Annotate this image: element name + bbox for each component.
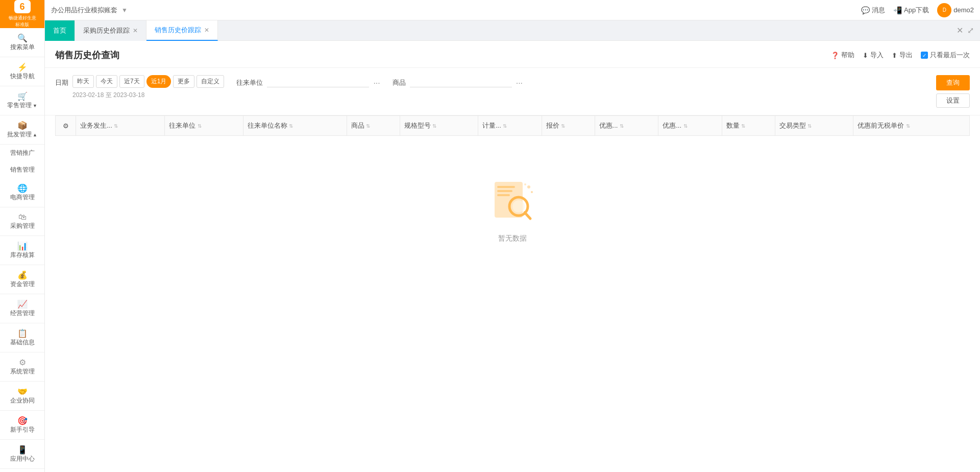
sidebar-item-label: 销售管理 bbox=[10, 166, 35, 174]
sidebar-item-newbie[interactable]: 🎯 新手引导 bbox=[0, 411, 45, 440]
shortcut-icon: ⚡ bbox=[17, 62, 28, 72]
message-button[interactable]: 💬 消息 bbox=[861, 6, 885, 15]
import-icon: ⬇ bbox=[863, 52, 868, 59]
chevron-down-icon: ▼ bbox=[33, 103, 37, 108]
retail-icon: 🛒 bbox=[17, 91, 28, 101]
settings-button[interactable]: 设置 bbox=[936, 93, 970, 108]
avatar: D bbox=[937, 3, 951, 17]
sidebar-item-shortcut[interactable]: ⚡ 快捷导航 bbox=[0, 57, 45, 86]
col-quantity[interactable]: 数量 ⇅ bbox=[722, 116, 775, 136]
sort-icon-unit: ⇅ bbox=[503, 123, 507, 129]
goods-input[interactable] bbox=[410, 75, 512, 87]
expand-button[interactable]: ⤢ bbox=[967, 26, 974, 35]
sidebar-item-operation[interactable]: 📈 经营管理 bbox=[0, 294, 45, 323]
partner-dots[interactable]: ... bbox=[373, 77, 380, 86]
app-download-button[interactable]: 📲 App下载 bbox=[893, 6, 929, 15]
date-buttons-row: 昨天 今天 近7天 近1月 更多 自定义 bbox=[72, 75, 224, 88]
query-button[interactable]: 查询 bbox=[936, 75, 970, 90]
tab-home[interactable]: 首页 bbox=[45, 20, 75, 41]
topbar-left: 办公用品行业模拟账套 ▼ bbox=[51, 6, 128, 15]
purchase-icon: 🛍 bbox=[18, 213, 27, 222]
enterprise-icon: 🤝 bbox=[17, 387, 28, 396]
help-button[interactable]: ❓ 帮助 bbox=[831, 51, 854, 60]
partner-input-group: ... bbox=[267, 75, 380, 87]
finance-icon: 💰 bbox=[17, 270, 28, 280]
partner-filter-label: 往来单位 bbox=[236, 75, 263, 87]
goods-filter-group: 商品 ... bbox=[393, 75, 523, 87]
system-icon: ⚙ bbox=[19, 358, 26, 367]
sidebar-item-inventory[interactable]: 📊 库存核算 bbox=[0, 236, 45, 265]
col-goods[interactable]: 商品 ⇅ bbox=[347, 116, 400, 136]
gear-icon[interactable]: ⚙ bbox=[63, 122, 69, 130]
sidebar-item-system[interactable]: ⚙ 系统管理 bbox=[0, 352, 45, 382]
col-pre-tax-price[interactable]: 优惠前无税单价 ⇅ bbox=[853, 116, 970, 136]
date-btn-today[interactable]: 今天 bbox=[96, 75, 117, 88]
logo-sub: 标准版 bbox=[15, 21, 29, 28]
page-title: 销售历史价查询 bbox=[55, 49, 119, 61]
tabbar: 首页 采购历史价跟踪 ✕ 销售历史价跟踪 ✕ ✕ ⤢ bbox=[45, 20, 980, 41]
goods-dots[interactable]: ... bbox=[516, 77, 523, 86]
date-filter-group: 日期 昨天 今天 近7天 近1月 更多 自定义 2023-02-18 至 202… bbox=[55, 75, 224, 100]
sidebar-item-label: 企业协同 bbox=[10, 396, 35, 405]
col-discount2[interactable]: 优惠... ⇅ bbox=[658, 116, 722, 136]
sidebar-item-label: 电商管理 bbox=[10, 193, 35, 202]
topbar: 办公用品行业模拟账套 ▼ 💬 消息 📲 App下载 D demo2 bbox=[45, 0, 980, 20]
page-header-actions: ❓ 帮助 ⬇ 导入 ⬆ 导出 只看最后一次 bbox=[831, 51, 970, 60]
col-gear[interactable]: ⚙ bbox=[56, 116, 76, 136]
date-btn-yesterday[interactable]: 昨天 bbox=[72, 75, 94, 88]
only-last-toggle[interactable]: 只看最后一次 bbox=[921, 51, 970, 60]
sidebar-item-sales[interactable]: 销售管理 bbox=[0, 161, 45, 178]
col-trade-type[interactable]: 交易类型 ⇅ bbox=[775, 116, 853, 136]
sidebar-item-search[interactable]: 🔍 搜索菜单 bbox=[0, 28, 45, 57]
col-spec[interactable]: 规格型号 ⇅ bbox=[400, 116, 478, 136]
user-menu[interactable]: D demo2 bbox=[937, 3, 974, 17]
user-name: demo2 bbox=[953, 6, 974, 14]
sidebar-item-retail[interactable]: 🛒 零售管理 ▼ bbox=[0, 86, 45, 115]
table-container: ⚙ 业务发生... ⇅ 往来单位 ⇅ 往来单位名称 ⇅ bbox=[45, 115, 980, 284]
sidebar-item-marketing[interactable]: 营销推广 bbox=[0, 145, 45, 161]
sidebar-item-wholesale[interactable]: 📦 批发管理 ▲ bbox=[0, 115, 45, 145]
sidebar-item-basic[interactable]: 📋 基础信息 bbox=[0, 323, 45, 352]
sidebar-item-wechat[interactable]: 💬 企业微信 bbox=[0, 469, 45, 472]
workspace-dropdown-icon[interactable]: ▼ bbox=[121, 7, 128, 14]
sidebar-item-label: 搜索菜单 bbox=[10, 43, 35, 52]
tab-sales-history[interactable]: 销售历史价跟踪 ✕ bbox=[146, 20, 218, 41]
sort-icon-quote-price: ⇅ bbox=[561, 123, 565, 129]
sidebar-item-label: 新手引导 bbox=[10, 426, 35, 434]
table-header-row: ⚙ 业务发生... ⇅ 往来单位 ⇅ 往来单位名称 ⇅ bbox=[56, 116, 970, 136]
sidebar: 6 畅捷通好生意 标准版 🔍 搜索菜单 ⚡ 快捷导航 🛒 零售管理 ▼ 📦 批发… bbox=[0, 0, 45, 472]
col-unit[interactable]: 计量... ⇅ bbox=[478, 116, 542, 136]
message-label: 消息 bbox=[872, 6, 885, 15]
col-biz-date[interactable]: 业务发生... ⇅ bbox=[76, 116, 165, 136]
col-quote-price[interactable]: 报价 ⇅ bbox=[542, 116, 595, 136]
sidebar-item-ecommerce[interactable]: 🌐 电商管理 bbox=[0, 178, 45, 207]
close-tab-button[interactable]: ✕ bbox=[957, 26, 963, 35]
basic-icon: 📋 bbox=[17, 328, 28, 338]
tab-close-purchase[interactable]: ✕ bbox=[133, 27, 138, 34]
import-button[interactable]: ⬇ 导入 bbox=[863, 51, 884, 60]
col-partner-name[interactable]: 往来单位名称 ⇅ bbox=[243, 116, 347, 136]
tab-purchase-history[interactable]: 采购历史价跟踪 ✕ bbox=[75, 20, 146, 41]
sidebar-item-apps[interactable]: 📱 应用中心 bbox=[0, 440, 45, 469]
ecommerce-icon: 🌐 bbox=[17, 183, 28, 193]
sidebar-item-finance[interactable]: 💰 资金管理 bbox=[0, 265, 45, 294]
filter-actions: 查询 设置 bbox=[936, 75, 970, 108]
date-btn-custom[interactable]: 自定义 bbox=[197, 75, 224, 88]
date-btn-1month[interactable]: 近1月 bbox=[146, 75, 172, 88]
sidebar-item-purchase[interactable]: 🛍 采购管理 bbox=[0, 207, 45, 236]
col-partner-code[interactable]: 往来单位 ⇅ bbox=[165, 116, 243, 136]
export-button[interactable]: ⬆ 导出 bbox=[892, 51, 913, 60]
partner-input[interactable] bbox=[267, 75, 369, 87]
download-icon: 📲 bbox=[893, 6, 902, 14]
sidebar-item-label: 应用中心 bbox=[10, 455, 35, 463]
tab-close-sales[interactable]: ✕ bbox=[204, 27, 209, 34]
sort-icon-partner-name: ⇅ bbox=[289, 123, 293, 129]
export-icon: ⬆ bbox=[892, 52, 897, 59]
date-btn-7days[interactable]: 近7天 bbox=[119, 75, 144, 88]
sidebar-item-enterprise[interactable]: 🤝 企业协同 bbox=[0, 382, 45, 411]
only-last-checkbox[interactable] bbox=[921, 52, 928, 59]
col-discount1[interactable]: 优惠... ⇅ bbox=[595, 116, 658, 136]
home-tab-label: 首页 bbox=[53, 26, 66, 35]
date-btn-more[interactable]: 更多 bbox=[173, 75, 194, 88]
app-logo: 6 畅捷通好生意 标准版 bbox=[0, 0, 45, 28]
